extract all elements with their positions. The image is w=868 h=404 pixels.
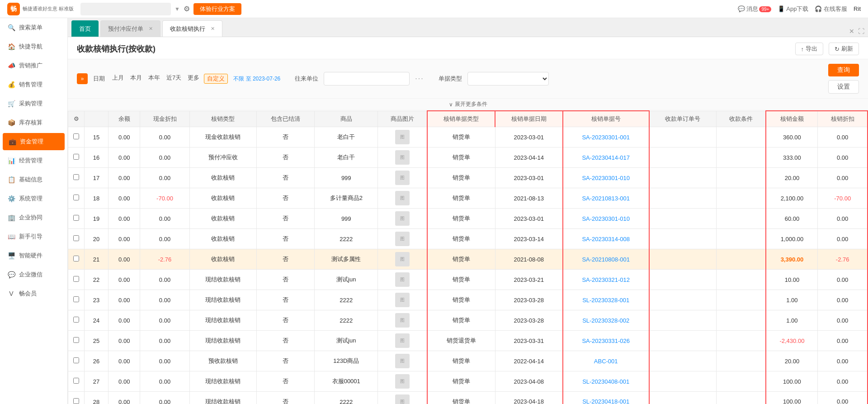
sidebar-item-search[interactable]: 🔍 搜索菜单 [0,18,67,37]
expand-more-button[interactable]: ∨ 展开更多条件 [449,100,487,108]
filter-from-unit-input[interactable] [324,72,410,86]
cell-verify-bill-no[interactable]: SA-20230301-010 [563,168,649,188]
sidebar-item-purchase[interactable]: 🛒 采购管理 [0,94,67,113]
sidebar-item-inventory[interactable]: 📦 库存核算 [0,113,67,132]
table-header-row: ⚙ 余额 现金折扣 核销类型 包含已结清 商品 商品图片 核销单据类型 核销单据… [68,111,868,127]
cell-receipt-condition [717,331,766,351]
cell-checkbox[interactable] [68,168,85,188]
cell-checkbox[interactable] [68,209,85,229]
cell-verify-discount: 0.00 [818,209,868,229]
cell-checkbox[interactable] [68,392,85,404]
cell-checkbox[interactable] [68,331,85,351]
sidebar-item-system[interactable]: ⚙️ 系统管理 [0,189,67,208]
sidebar-item-operations[interactable]: 📊 经营管理 [0,151,67,170]
cell-verify-bill-no[interactable]: SA-20210808-001 [563,249,649,270]
cell-verify-bill-type: 销货单 [427,351,495,371]
cell-verify-bill-no[interactable]: SL-20230408-001 [563,371,649,392]
th-verify-amount: 核销金额 [766,111,817,127]
cell-checkbox[interactable] [68,229,85,249]
filter-date-7days[interactable]: 近7天 [165,74,183,84]
settings-icon[interactable]: ⚙ [184,5,190,13]
tab-receipt[interactable]: 收款核销执行 ✕ [162,20,222,37]
cell-verify-bill-no[interactable]: SA-20210813-001 [563,188,649,209]
app-download-link[interactable]: 📱 App下载 [778,5,808,13]
cell-verify-discount: 0.00 [818,310,868,331]
top-search-input[interactable] [80,3,171,15]
tab-close-all-icon[interactable]: ✕ [849,28,854,35]
online-service-link[interactable]: 🎧 在线客服 [815,5,847,13]
sidebar-item-member[interactable]: V 畅会员 [0,284,67,303]
sidebar-item-finance[interactable]: 💼 资金管理 [3,133,65,150]
tab-maximize-icon[interactable]: ⛶ [858,28,864,35]
filter-receipt-type-select[interactable] [467,72,549,86]
tab-home[interactable]: 首页 [71,20,99,37]
cell-verify-bill-no[interactable]: SL-20230328-002 [563,310,649,331]
cell-checkbox[interactable] [68,127,85,147]
top-bar: 畅 畅捷通谁好生意 标准版 ▼ ⚙ 体验行业方案 💬 消息99+ 📱 App下载… [0,0,868,18]
cell-checkbox[interactable] [68,290,85,310]
sidebar-item-quicknav[interactable]: 🏠 快捷导航 [0,37,67,56]
filter-date-thisyear[interactable]: 本年 [146,74,162,84]
filter-date-lastmonth[interactable]: 上月 [110,74,126,84]
cell-checkbox[interactable] [68,249,85,270]
cell-verify-bill-no[interactable]: SL-20230328-001 [563,290,649,310]
sidebar-item-wechat[interactable]: 💬 企业微信 [0,265,67,284]
message-icon[interactable]: 💬 消息99+ [738,5,772,13]
cell-checkbox[interactable] [68,310,85,331]
tab-receipt-close[interactable]: ✕ [211,26,215,32]
cell-cash-discount: 0.00 [140,229,189,249]
cell-verify-bill-no[interactable]: SA-20230321-012 [563,270,649,290]
filter-expand-button[interactable]: » [77,73,88,84]
sidebar-item-hardware[interactable]: 🖥️ 智能硬件 [0,246,67,265]
sidebar-item-guide[interactable]: 📖 新手引导 [0,227,67,246]
cell-seq: 23 [85,290,108,310]
cell-checkbox[interactable] [68,270,85,290]
cell-verify-amount: 1.00 [766,310,817,331]
sidebar-item-sales[interactable]: 💰 销售管理 [0,75,67,94]
table-row: 18 0.00 -70.00 收款核销 否 多计量商品2 图 销货单 2021-… [68,188,868,209]
th-verify-bill-type: 核销单据类型 [427,111,495,127]
sidebar-item-marketing[interactable]: 📣 营销推广 [0,56,67,75]
cell-balance: 0.00 [108,392,140,404]
cell-verify-discount: 0.00 [818,229,868,249]
sidebar-item-enterprise[interactable]: 🏢 企业协同 [0,208,67,227]
cell-included: 否 [256,310,315,331]
refresh-button[interactable]: ↻ 刷新 [829,43,859,55]
cell-checkbox[interactable] [68,147,85,168]
cell-verify-bill-no[interactable]: SA-20230301-010 [563,209,649,229]
filter-date-options: 上月 本月 本年 近7天 更多 自定义 [110,74,228,84]
cell-verify-bill-no[interactable]: SA-20230331-026 [563,331,649,351]
query-button[interactable]: 查询 [828,64,859,76]
cell-verify-discount: 0.00 [818,127,868,147]
cell-verify-bill-no[interactable]: SA-20230414-017 [563,147,649,168]
cell-verify-bill-no[interactable]: SL-20230418-001 [563,392,649,404]
setting-button[interactable]: 设置 [828,80,859,94]
table-row: 26 0.00 0.00 预收款核销 否 123D商品 图 销货单 2022-0… [68,351,868,371]
export-button[interactable]: ↑ 导出 [795,43,824,55]
th-gear[interactable]: ⚙ [68,111,85,127]
cell-included: 否 [256,270,315,290]
cell-verify-bill-no[interactable]: ABC-001 [563,351,649,371]
cell-verify-amount: 1,000.00 [766,229,817,249]
cell-included: 否 [256,331,315,351]
cell-checkbox[interactable] [68,351,85,371]
cell-checkbox[interactable] [68,188,85,209]
industry-btn[interactable]: 体验行业方案 [193,3,241,15]
filter-dots[interactable]: ··· [415,75,424,83]
tab-prepay[interactable]: 预付冲应付单 ✕ [100,20,160,37]
sidebar-item-basicinfo[interactable]: 📋 基础信息 [0,170,67,189]
sidebar-label-finance: 资金管理 [20,138,43,146]
cell-cash-discount: 0.00 [140,209,189,229]
table-row: 17 0.00 0.00 收款核销 否 999 图 销货单 2023-03-01… [68,168,868,188]
tab-prepay-close[interactable]: ✕ [149,26,153,32]
cell-checkbox[interactable] [68,371,85,392]
cell-balance: 0.00 [108,310,140,331]
filter-date-more[interactable]: 更多 [186,74,201,84]
cell-verify-bill-no[interactable]: SA-20230314-008 [563,229,649,249]
cell-receipt-condition [717,270,766,290]
cell-receipt-order-no [649,127,717,147]
cell-verify-bill-no[interactable]: SA-20230301-001 [563,127,649,147]
filter-date-thismonth[interactable]: 本月 [128,74,144,84]
filter-date-custom[interactable]: 自定义 [204,74,228,84]
user-name[interactable]: Rit [854,5,861,12]
